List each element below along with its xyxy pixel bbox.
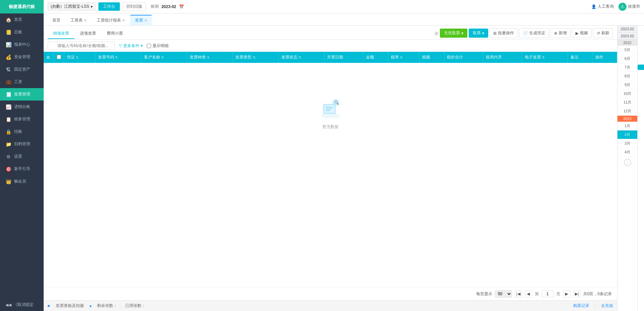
sidebar-item-archive[interactable]: 📁 归档管理 (0, 138, 44, 150)
funds-icon: 💰 (5, 54, 11, 60)
last-page-btn[interactable]: ▶| (573, 290, 581, 298)
sidebar-item-sales[interactable]: 📈 进销台账 (0, 101, 44, 113)
sidebar-item-home[interactable]: 🏠 首页 (0, 13, 44, 26)
home-icon: 🏠 (5, 17, 11, 23)
page-size-select[interactable]: 20 50 100 (495, 290, 512, 298)
month-item-3-2023[interactable]: 3月 (617, 139, 637, 148)
fetch-btn[interactable]: 取票 ▾ (469, 29, 488, 38)
subtab-expense-receipt[interactable]: 费用小票 (101, 29, 128, 39)
scroll-down-btn[interactable]: ↓ (624, 159, 631, 166)
subtab-sales-invoice[interactable]: 销项发票 (48, 29, 75, 39)
sidebar: 畅捷通易代账 🏠 首页 📒 总账 📊 报表中心 💰 资金管理 🏗 固定资产 💼 … (0, 0, 44, 311)
sidebar-item-tax[interactable]: 📋 税务管理 (0, 113, 44, 125)
check-dot (48, 305, 50, 307)
th-label: 开票日期 (327, 55, 343, 60)
sidebar-item-label: 总账 (14, 29, 22, 35)
batch-ops-btn[interactable]: ⊞ 批量操作 (490, 28, 518, 38)
video-icon: ▶ (576, 31, 579, 36)
first-page-btn[interactable]: |◀ (515, 290, 522, 298)
date-header-1[interactable]: 2023.02 (617, 26, 637, 33)
tab-home[interactable]: 首页 (48, 15, 65, 25)
sidebar-item-fixed-assets[interactable]: 🏗 固定资产 (0, 63, 44, 76)
th-amount: 金额 (363, 52, 388, 63)
salary-icon: 💼 (5, 79, 11, 85)
month-item-4-2023[interactable]: 4月 (617, 148, 637, 157)
company-selector[interactable]: (勿删）江西股宝-LSS ▾ (48, 2, 96, 11)
sidebar-item-member[interactable]: 👑 畅会员 (0, 175, 44, 188)
sidebar-item-close[interactable]: 🔒 结账 (0, 125, 44, 138)
month-item-1-2023[interactable]: 1月 (617, 122, 637, 130)
generate-voucher-icon: 📄 (523, 31, 528, 36)
sales-icon: 📈 (5, 104, 11, 110)
month-item-8[interactable]: 8月 (617, 72, 637, 81)
old-version-button[interactable]: 切到旧版 (123, 2, 146, 11)
next-page-btn[interactable]: ▶ (563, 290, 570, 298)
tab-salary[interactable]: 工资表 ✕ (66, 15, 91, 25)
recharge-link[interactable]: 去充值 (601, 303, 613, 309)
th-remark: 备注 (568, 52, 592, 63)
topbar: (勿删）江西股宝-LSS ▾ 工作台 切到旧版 账期 2023-02 📅 👤 人… (44, 0, 644, 13)
video-btn[interactable]: ▶ 视频 (572, 28, 592, 38)
date-header-2[interactable]: 2023.02 (617, 33, 637, 40)
th-label: 操作 (595, 55, 603, 60)
topbar-right: 👤 人工客询 人 徐溪华 (591, 3, 640, 11)
sidebar-item-invoice[interactable]: 🧾 发票管理 (0, 88, 44, 101)
month-item-5[interactable]: 5月 (617, 46, 637, 54)
th-invoice-category: 发票类型 ⇅ (233, 52, 278, 63)
new-btn[interactable]: ⊕ 新增 (550, 28, 570, 38)
sidebar-collapse-btn[interactable]: ◀◀ 《取消固定 (0, 299, 44, 311)
no-voucher-btn[interactable]: 无凭取票 ▾ (440, 29, 467, 38)
month-item-7[interactable]: 7月 (617, 63, 637, 72)
sidebar-item-label: 资金管理 (14, 54, 30, 60)
tab-salary-report[interactable]: 工资统计报表 ✕ (92, 15, 130, 25)
sidebar-item-ledger[interactable]: 📒 总账 (0, 26, 44, 38)
month-item-10[interactable]: 10月 (617, 89, 637, 98)
show-detail-check[interactable] (147, 44, 151, 48)
workspace-button[interactable]: 工作台 (98, 2, 120, 11)
user-menu[interactable]: 人 徐溪华 (618, 3, 640, 11)
search-input[interactable] (48, 42, 115, 50)
sidebar-item-label: 新手引导 (14, 166, 30, 172)
app-logo: 畅捷通易代账 (0, 0, 44, 13)
sort-icon: ⇅ (207, 55, 210, 59)
sidebar-item-guide[interactable]: 🎯 新手引导 (0, 163, 44, 175)
total-info: 共0页，0条记录 (583, 291, 612, 297)
th-customer-name: 客户名称 ⇅ (141, 52, 187, 63)
show-detail-checkbox[interactable]: 显示明细 (147, 43, 169, 49)
archive-icon: 📁 (5, 142, 11, 147)
month-item-6[interactable]: 6月 (617, 54, 637, 63)
buy-link[interactable]: 购置记录 (573, 303, 589, 309)
tab-close-icon[interactable]: ✕ (122, 18, 125, 22)
search-wrapper: 🔍 (48, 42, 115, 50)
select-all-checkbox[interactable] (57, 55, 61, 59)
tab-close-icon[interactable]: ✕ (144, 18, 147, 22)
tab-close-icon[interactable]: ✕ (84, 18, 87, 22)
sort-icon: ⇅ (161, 55, 164, 59)
page-number-input[interactable] (542, 290, 554, 297)
month-item-9[interactable]: 9月 (617, 81, 637, 89)
th-actions: 操作 (592, 52, 617, 63)
month-item-12[interactable]: 12月 (617, 107, 637, 116)
sort-icon: ⇅ (542, 55, 545, 59)
generate-voucher-btn[interactable]: 📄 生成凭证 (519, 28, 549, 38)
month-item-11[interactable]: 11月 (617, 98, 637, 107)
th-label: 税额 (422, 55, 430, 60)
guide-icon: 🎯 (5, 166, 11, 172)
th-open-date: 开票日期 (324, 52, 363, 63)
refresh-btn[interactable]: ↺ 刷新 (593, 28, 613, 38)
open-date-btn[interactable]: 开账日期 (638, 65, 644, 70)
empty-text: 暂无数据 (322, 124, 338, 130)
generate-voucher-label: 生成凭证 (529, 30, 545, 36)
sidebar-item-reports[interactable]: 📊 报表中心 (0, 38, 44, 51)
sidebar-item-funds[interactable]: 💰 资金管理 (0, 51, 44, 63)
month-item-2-2023[interactable]: 2月 (617, 130, 637, 139)
prev-page-btn[interactable]: ◀ (525, 290, 532, 298)
more-conditions-btn[interactable]: ▽ 更多条件 ▾ (119, 43, 143, 49)
year-2022-label: 2022 (617, 40, 637, 46)
support-icon: 👤 (591, 4, 596, 9)
sidebar-item-settings[interactable]: ⚙ 设置 (0, 150, 44, 163)
subtab-purchase-invoice[interactable]: 进项发票 (75, 29, 101, 39)
sidebar-item-salary[interactable]: 💼 工资 (0, 76, 44, 88)
tab-invoice[interactable]: 发票 ✕ (130, 15, 152, 25)
support-link[interactable]: 👤 人工客询 (591, 4, 614, 9)
